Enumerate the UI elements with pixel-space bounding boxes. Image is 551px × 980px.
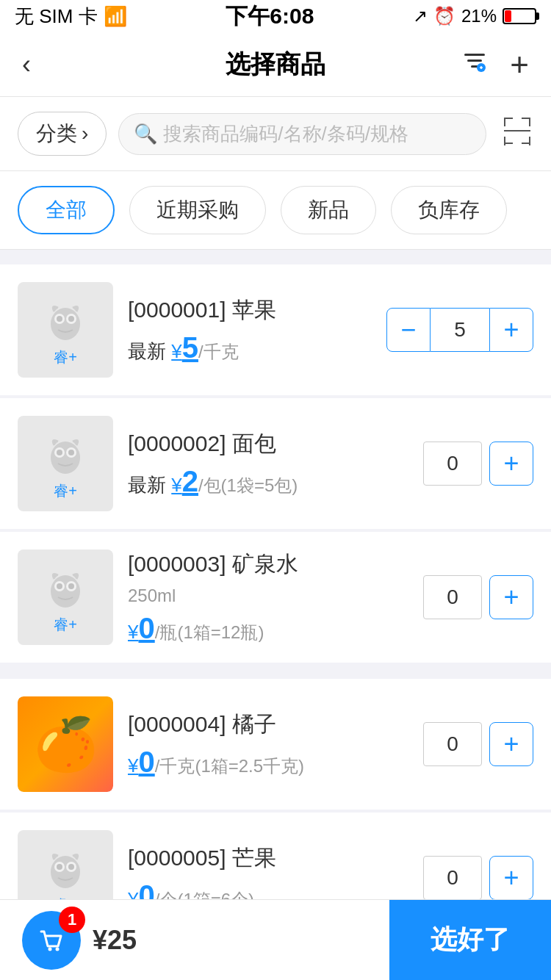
- quantity-control: +: [423, 722, 533, 766]
- quantity-input[interactable]: [431, 308, 489, 352]
- product-price: ¥0/千克(1箱=2.5千克): [128, 746, 408, 779]
- category-button[interactable]: 分类 ›: [18, 112, 107, 156]
- cart-total: ¥25: [93, 925, 137, 956]
- svg-point-34: [68, 864, 74, 870]
- nav-bar: ‹ 选择商品 +: [0, 32, 551, 97]
- increment-button[interactable]: +: [489, 722, 533, 766]
- product-info: [0000001] 苹果 最新 ¥5/千克: [128, 295, 372, 364]
- product-image: 睿+: [18, 416, 113, 511]
- list-item: 睿+ [0000001] 苹果 最新 ¥5/千克 − +: [0, 264, 551, 395]
- product-info: [0000002] 面包 最新 ¥2/包(1袋=5包): [128, 429, 408, 498]
- search-placeholder: 搜索商品编码/名称/条码/规格: [163, 121, 408, 147]
- product-image: 睿+: [18, 550, 113, 645]
- cart-button[interactable]: 1: [22, 911, 81, 970]
- tab-bar: 全部 近期采购 新品 负库存: [0, 171, 551, 250]
- status-right: ↗ ⏰ 21%: [413, 6, 536, 26]
- product-image: 睿+: [18, 282, 113, 378]
- tab-recent[interactable]: 近期采购: [129, 186, 266, 234]
- wifi-icon: 📶: [104, 5, 127, 28]
- svg-point-15: [51, 308, 80, 340]
- quantity-input[interactable]: [423, 856, 482, 900]
- quantity-input[interactable]: [423, 442, 482, 486]
- nav-actions: +: [461, 46, 529, 83]
- filter-bar: 分类 › 🔍 搜索商品编码/名称/条码/规格: [0, 97, 551, 171]
- quantity-input[interactable]: [423, 722, 482, 766]
- svg-point-18: [57, 316, 62, 322]
- quantity-control: − +: [386, 308, 533, 352]
- product-name: [0000001] 苹果: [128, 295, 372, 325]
- svg-point-33: [57, 864, 62, 870]
- quantity-control: +: [423, 856, 533, 900]
- confirm-button[interactable]: 选好了: [389, 900, 551, 981]
- tab-all[interactable]: 全部: [18, 186, 115, 234]
- svg-point-24: [68, 450, 74, 455]
- increment-button[interactable]: +: [489, 442, 533, 486]
- alarm-icon: ⏰: [433, 6, 455, 26]
- product-name: [0000004] 橘子: [128, 710, 408, 740]
- svg-point-25: [51, 575, 80, 608]
- product-name: [0000003] 矿泉水: [128, 550, 408, 580]
- category-arrow: ›: [82, 122, 88, 145]
- product-list: 睿+ [0000001] 苹果 最新 ¥5/千克 − +: [0, 264, 551, 980]
- filter-icon[interactable]: [461, 48, 488, 81]
- svg-rect-7: [504, 118, 505, 126]
- increment-button[interactable]: +: [489, 575, 533, 619]
- product-info: [0000003] 矿泉水 250ml ¥0/瓶(1箱=12瓶): [128, 550, 408, 645]
- search-box[interactable]: 🔍 搜索商品编码/名称/条码/规格: [118, 113, 486, 155]
- battery-percent: 21%: [461, 6, 497, 26]
- product-price: 最新 ¥5/千克: [128, 331, 372, 364]
- page-title: 选择商品: [226, 48, 325, 82]
- svg-point-29: [68, 583, 74, 589]
- status-bar: 无 SIM 卡 📶 下午6:08 ↗ ⏰ 21%: [0, 0, 551, 32]
- status-time: 下午6:08: [226, 1, 314, 32]
- cart-badge: 1: [59, 907, 85, 933]
- category-label: 分类: [36, 120, 77, 148]
- sim-status: 无 SIM 卡: [15, 4, 98, 29]
- svg-point-45: [48, 947, 52, 951]
- battery-icon: [503, 8, 536, 24]
- svg-point-20: [51, 442, 80, 474]
- list-item: 睿+ [0000002] 面包 最新 ¥2/包(1袋=5包) +: [0, 398, 551, 529]
- svg-rect-1: [467, 60, 482, 62]
- scan-icon[interactable]: [501, 115, 533, 154]
- bottom-bar: 1 ¥25 选好了: [0, 899, 551, 980]
- increment-button[interactable]: +: [489, 856, 533, 900]
- product-price: 最新 ¥2/包(1袋=5包): [128, 465, 408, 498]
- svg-point-28: [57, 583, 62, 589]
- product-price: ¥0/瓶(1箱=12瓶): [128, 612, 408, 645]
- product-name: [0000002] 面包: [128, 429, 408, 459]
- back-button[interactable]: ‹: [22, 49, 31, 80]
- increment-button[interactable]: +: [489, 308, 533, 352]
- svg-point-23: [57, 450, 62, 455]
- list-item: [0000004] 橘子 ¥0/千克(1箱=2.5千克) +: [0, 679, 551, 810]
- product-image: [18, 696, 113, 792]
- quantity-control: +: [423, 442, 533, 486]
- location-icon: ↗: [413, 6, 428, 26]
- svg-point-46: [56, 947, 60, 951]
- tab-new[interactable]: 新品: [281, 186, 376, 234]
- product-name: [0000005] 芒果: [128, 843, 408, 873]
- status-left: 无 SIM 卡 📶: [15, 4, 127, 29]
- svg-rect-14: [504, 130, 530, 131]
- add-icon[interactable]: +: [510, 46, 529, 83]
- cart-section: 1 ¥25: [0, 911, 389, 970]
- product-spec: 250ml: [128, 586, 408, 606]
- quantity-control: +: [423, 575, 533, 619]
- decrement-button[interactable]: −: [386, 308, 431, 352]
- svg-rect-11: [504, 137, 505, 145]
- tab-negative-stock[interactable]: 负库存: [391, 186, 507, 234]
- product-info: [0000004] 橘子 ¥0/千克(1箱=2.5千克): [128, 710, 408, 779]
- quantity-input[interactable]: [423, 575, 482, 619]
- svg-rect-0: [464, 54, 485, 56]
- svg-point-19: [68, 316, 74, 322]
- svg-rect-9: [529, 118, 530, 126]
- list-item: 睿+ [0000003] 矿泉水 250ml ¥0/瓶(1箱=12瓶) +: [0, 532, 551, 663]
- svg-rect-13: [529, 137, 530, 145]
- svg-point-30: [51, 856, 80, 888]
- search-icon: 🔍: [134, 123, 157, 145]
